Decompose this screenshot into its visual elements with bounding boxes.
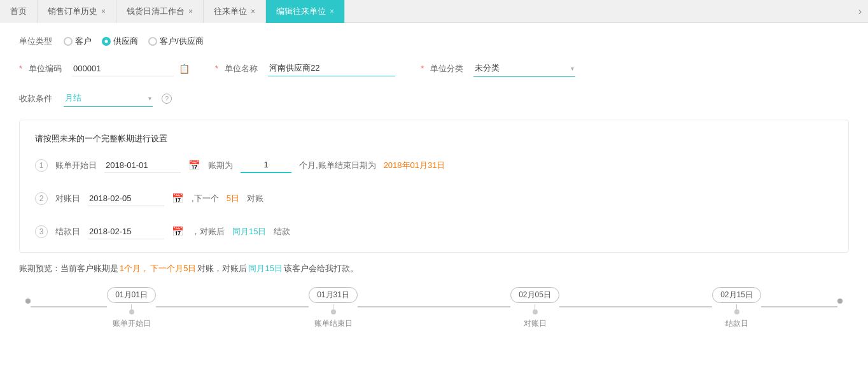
step-1-end-date: 2018年01月31日: [384, 160, 445, 171]
radio-both[interactable]: 客户/供应商: [148, 36, 204, 47]
step-3-highlight: 同月15日: [232, 226, 266, 237]
tl-node-1: 01月01日 账单开始日: [31, 287, 232, 329]
tl-badge-2-wrap: 01月31日: [309, 287, 358, 314]
step-2-highlight: 5日: [227, 193, 239, 204]
tl-start-dot-wrap: [25, 287, 31, 304]
unit-category-value: 未分类: [475, 62, 568, 74]
step-1-cal-icon[interactable]: 📅: [188, 160, 200, 171]
tab-edit-partner[interactable]: 编辑往来单位 ×: [266, 0, 345, 23]
step-2-label: 对账日: [55, 193, 80, 204]
unit-category-label: 单位分类: [430, 63, 463, 74]
tl-connector-4: [736, 304, 737, 309]
payment-terms-arrow: ▾: [148, 95, 151, 102]
step-2-num: 2: [35, 192, 48, 205]
unit-type-row: 单位类型 客户 供应商 客户/供应商: [19, 36, 849, 47]
payment-terms-row: 收款条件 月结 ▾ ?: [19, 90, 849, 107]
step-2-suffix: 对账: [247, 193, 263, 204]
tl-badge-4-wrap: 02月15日: [712, 287, 761, 314]
unit-name-input[interactable]: [268, 61, 395, 76]
tl-start-dot: [25, 299, 31, 304]
tl-badge-4: 02月15日: [712, 287, 761, 303]
step-3-prefix: ，对账后: [192, 226, 225, 237]
tab-home-label: 首页: [10, 6, 27, 17]
step-3-suffix: 结款: [274, 226, 290, 237]
tab-partner-label: 往来单位: [214, 6, 247, 17]
step-2-prefix: ,下一个: [192, 193, 219, 204]
tab-cash-work-close[interactable]: ×: [188, 7, 193, 16]
preview-bar: 账期预览：当前客户账期是 1个月， 下一个月5日 对账，对账后 同月15日 该客…: [19, 263, 849, 274]
step-2-date-input[interactable]: [88, 191, 164, 206]
preview-end: 该客户会给我打款。: [284, 263, 358, 274]
tl-badge-1-wrap: 01月01日: [107, 287, 156, 314]
unit-code-input[interactable]: [72, 61, 174, 76]
help-icon[interactable]: ?: [162, 94, 172, 104]
tab-partner[interactable]: 往来单位 ×: [204, 0, 266, 23]
unit-code-star: *: [19, 64, 22, 73]
unit-type-radio-group: 客户 供应商 客户/供应商: [64, 36, 204, 47]
preview-pay: 同月15日: [248, 263, 282, 274]
tl-dot-2: [331, 309, 336, 314]
tl-badge-1: 01月01日: [107, 287, 156, 303]
tl-label-3: 对账日: [524, 318, 547, 329]
tab-bar: 首页 销售订单历史 × 钱货日清工作台 × 往来单位 × 编辑往来单位 × ›: [0, 0, 868, 23]
tl-end-dot-wrap: [837, 287, 843, 304]
step-1-date-input[interactable]: [104, 158, 181, 173]
radio-supplier-circle: [102, 37, 111, 46]
step-1-row: 1 账单开始日 📅 账期为 个月,账单结束日期为 2018年01月31日: [35, 157, 833, 173]
tl-line-4b: [761, 306, 837, 307]
tl-label-1: 账单开始日: [113, 318, 151, 329]
tl-line-1b: [156, 306, 232, 307]
tab-edit-partner-label: 编辑往来单位: [276, 6, 326, 17]
tl-dot-3: [533, 309, 538, 314]
unit-type-label: 单位类型: [19, 36, 52, 47]
step-3-cal-icon[interactable]: 📅: [172, 226, 184, 237]
step-3-date-input[interactable]: [88, 224, 164, 239]
radio-supplier[interactable]: 供应商: [102, 36, 138, 47]
tl-node-3: 02月05日 对账日: [434, 287, 636, 329]
radio-customer-label: 客户: [75, 36, 92, 47]
tl-line-1a: [31, 306, 107, 307]
tab-more-button[interactable]: ›: [852, 0, 868, 23]
tl-dot-1: [129, 309, 134, 314]
preview-reconcile: 下一个月5日: [150, 263, 196, 274]
unit-category-dropdown[interactable]: 未分类 ▾: [473, 60, 575, 77]
unit-info-row: * 单位编码 📋 * 单位名称 * 单位分类 未分类 ▾: [19, 60, 849, 77]
tab-home[interactable]: 首页: [0, 0, 38, 23]
preview-1month: 1个月，: [120, 263, 149, 274]
tl-connector-3: [535, 304, 535, 309]
tl-line-3a: [434, 306, 510, 307]
step-2-cal-icon[interactable]: 📅: [172, 193, 184, 204]
tl-node-2: 01月31日 账单结束日: [232, 287, 434, 329]
payment-terms-dropdown[interactable]: 月结 ▾: [64, 90, 153, 107]
step-1-num: 1: [35, 159, 48, 172]
step-1-period-input[interactable]: [241, 157, 291, 173]
step-2-row: 2 对账日 📅 ,下一个 5日 对账: [35, 191, 833, 206]
unit-category-group: * 单位分类 未分类 ▾: [421, 60, 575, 77]
payment-terms-value: 月结: [65, 92, 146, 104]
page-content: 单位类型 客户 供应商 客户/供应商 * 单位编码 📋 * 单位名称: [0, 23, 868, 387]
radio-both-label: 客户/供应商: [160, 36, 204, 47]
step-1-label: 账单开始日: [55, 160, 97, 171]
tab-edit-partner-close[interactable]: ×: [330, 7, 334, 16]
tab-sales-order-close[interactable]: ×: [101, 7, 106, 16]
tab-partner-close[interactable]: ×: [251, 7, 255, 16]
step-1-suffix-text: 账期为: [208, 160, 233, 171]
unit-name-star: *: [215, 64, 218, 73]
tl-line-3b: [559, 306, 636, 307]
tl-connector-2: [333, 304, 333, 309]
tl-line-2b: [358, 306, 434, 307]
unit-category-arrow: ▾: [571, 65, 574, 72]
preview-mid: 对账，对账后: [197, 263, 247, 274]
unit-code-icon[interactable]: 📋: [179, 64, 190, 74]
tl-line-4a: [636, 306, 712, 307]
unit-code-group: * 单位编码 📋: [19, 61, 190, 76]
settings-card: 请按照未来的一个完整帐期进行设置 1 账单开始日 📅 账期为 个月,账单结束日期…: [19, 120, 849, 253]
unit-category-star: *: [421, 64, 424, 73]
card-instruction: 请按照未来的一个完整帐期进行设置: [35, 133, 833, 144]
tl-node-4: 02月15日 结款日: [636, 287, 837, 329]
radio-customer[interactable]: 客户: [64, 36, 92, 47]
step-3-label: 结款日: [55, 226, 80, 237]
tl-label-4: 结款日: [725, 318, 748, 329]
tab-cash-work[interactable]: 钱货日清工作台 ×: [116, 0, 204, 23]
tab-sales-order[interactable]: 销售订单历史 ×: [38, 0, 116, 23]
